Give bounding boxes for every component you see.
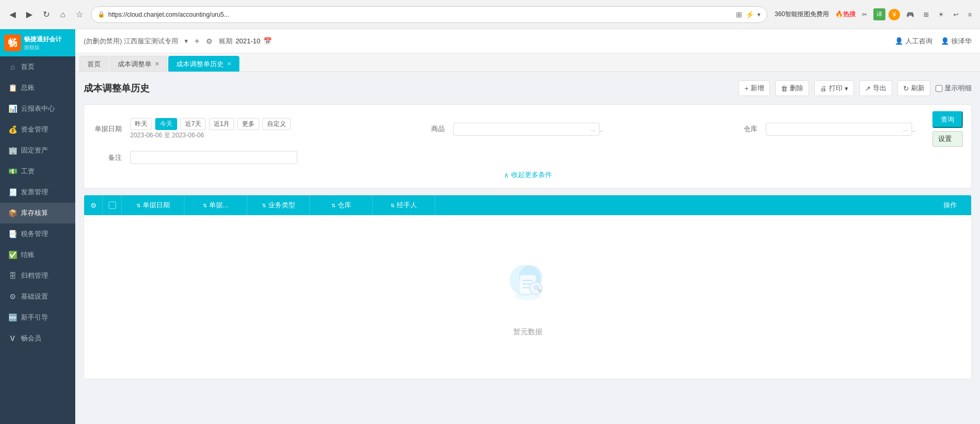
date-btn-more[interactable]: 更多 bbox=[237, 118, 259, 130]
tab-cost-adjust-close[interactable]: ✕ bbox=[155, 61, 159, 67]
delete-button[interactable]: 🗑 删除 bbox=[775, 80, 809, 96]
sidebar-item-archive[interactable]: 🗄 归档管理 bbox=[0, 265, 75, 286]
print-icon: 🖨 bbox=[820, 85, 827, 92]
translate-btn[interactable]: 译 bbox=[873, 8, 885, 20]
th-handler[interactable]: ⇅ 经手人 bbox=[373, 195, 435, 215]
archive-icon: 🗄 bbox=[8, 272, 17, 280]
user-menu[interactable]: 👤 徐泽华 bbox=[941, 37, 972, 46]
tab-home[interactable]: 首页 bbox=[79, 56, 109, 72]
date-filter-label: 单据日期 bbox=[93, 124, 122, 134]
consult-label: 人工咨询 bbox=[905, 37, 932, 46]
sidebar-item-payroll[interactable]: 💵 工资 bbox=[0, 161, 75, 182]
closing-icon: ✅ bbox=[8, 251, 17, 259]
date-btn-custom[interactable]: 自定义 bbox=[262, 118, 291, 130]
export-button[interactable]: ↗ 导出 bbox=[859, 80, 892, 96]
dropdown-arrow[interactable]: ▾ bbox=[185, 37, 188, 45]
forward-button[interactable]: ▶ bbox=[22, 7, 37, 22]
funds-icon: 💰 bbox=[8, 125, 17, 134]
logo-icon: 畅 bbox=[4, 34, 21, 51]
brightness-btn[interactable]: ☀ bbox=[935, 9, 947, 20]
sidebar-item-tax[interactable]: 📑 税务管理 bbox=[0, 223, 75, 244]
sidebar-item-label: 归档管理 bbox=[21, 271, 48, 280]
tab-cost-adjust[interactable]: 成本调整单 ✕ bbox=[110, 56, 167, 72]
th-number-label: 单据... bbox=[209, 201, 228, 210]
address-bar[interactable]: 🔒 https://cloud.chanjet.com/accounting/u… bbox=[91, 6, 767, 23]
show-columns-checkbox-label[interactable]: 显示明细 bbox=[936, 84, 972, 93]
warehouse-select[interactable] bbox=[766, 123, 912, 136]
hot-search-label[interactable]: 🔥热搜 bbox=[835, 10, 856, 19]
sidebar-item-funds[interactable]: 💰 资金管理 bbox=[0, 119, 75, 140]
tab-cost-adjust-history-close[interactable]: ✕ bbox=[227, 61, 232, 67]
star-button[interactable]: ☆ bbox=[72, 7, 87, 22]
th-type-label: 业务类型 bbox=[268, 201, 295, 210]
sidebar-item-label: 固定资产 bbox=[21, 146, 48, 155]
refresh-button[interactable]: ↻ 刷新 bbox=[897, 80, 930, 96]
export-label: 导出 bbox=[873, 84, 886, 93]
undo-btn[interactable]: ↩ bbox=[950, 9, 962, 20]
filter-area: 单据日期 昨天 今天 近7天 近1月 更多 自定义 2023-06-06 至 2… bbox=[84, 104, 972, 189]
calendar-icon[interactable]: 📅 bbox=[263, 37, 272, 45]
fixed-assets-icon: 🏢 bbox=[8, 146, 17, 155]
add-icon[interactable]: + bbox=[194, 37, 199, 46]
remark-input[interactable] bbox=[130, 151, 297, 164]
scissors-btn[interactable]: ✂ bbox=[859, 9, 870, 20]
yuan-btn[interactable]: ¥ bbox=[889, 9, 900, 20]
game-btn[interactable]: 🎮 bbox=[903, 9, 917, 20]
th-settings[interactable]: ⚙ bbox=[84, 195, 103, 215]
sidebar-item-ledger[interactable]: 📋 总账 bbox=[0, 77, 75, 98]
sidebar-item-inventory[interactable]: 📦 库存核算 bbox=[0, 203, 75, 223]
back-button[interactable]: ◀ bbox=[5, 7, 20, 22]
date-btn-1month[interactable]: 近1月 bbox=[209, 118, 235, 130]
tab-cost-adjust-history[interactable]: 成本调整单历史 ✕ bbox=[168, 56, 239, 72]
sidebar-item-guide[interactable]: 🆕 新手引导 bbox=[0, 307, 75, 328]
th-number[interactable]: ⇅ 单据... bbox=[185, 195, 247, 215]
sidebar-item-closing[interactable]: ✅ 结账 bbox=[0, 244, 75, 265]
user-icon: 👤 bbox=[895, 37, 903, 45]
logo-main-text: 畅捷通好会计 bbox=[24, 35, 62, 44]
date-quick-buttons: 昨天 今天 近7天 近1月 更多 自定义 bbox=[130, 118, 291, 130]
th-type[interactable]: ⇅ 业务类型 bbox=[247, 195, 310, 215]
th-date[interactable]: ⇅ 单据日期 bbox=[122, 195, 185, 215]
page-content: 成本调整单历史 + 新增 🗑 删除 🖨 打印 ▾ bbox=[75, 72, 980, 424]
show-columns-checkbox[interactable] bbox=[936, 85, 942, 92]
inventory-icon: 📦 bbox=[8, 209, 17, 217]
sidebar-item-home[interactable]: ⌂ 首页 bbox=[0, 56, 75, 77]
settings-icon2[interactable]: ⚙ bbox=[206, 37, 213, 45]
header-checkbox[interactable] bbox=[109, 202, 116, 209]
consult-btn[interactable]: 👤 人工咨询 bbox=[895, 37, 932, 46]
empty-svg: 🔍 bbox=[502, 257, 554, 309]
svg-text:🔍: 🔍 bbox=[534, 285, 541, 292]
collapse-filter-button[interactable]: ∧ 收起更多条件 bbox=[93, 168, 963, 182]
tab-home-label: 首页 bbox=[87, 60, 101, 69]
menu-btn[interactable]: ≡ bbox=[965, 9, 975, 20]
th-date-label: 单据日期 bbox=[143, 201, 170, 210]
show-columns-label-text: 显示明细 bbox=[944, 84, 972, 93]
sidebar-item-reports[interactable]: 📊 云报表中心 bbox=[0, 98, 75, 119]
new-button[interactable]: + 新增 bbox=[739, 80, 770, 96]
app-logo[interactable]: 畅 畅捷通好会计 旗舰版 bbox=[0, 29, 75, 56]
sidebar-item-invoice[interactable]: 🧾 发票管理 bbox=[0, 182, 75, 203]
product-select[interactable] bbox=[453, 123, 599, 136]
tabs-icon: ⊞ bbox=[736, 10, 742, 19]
sidebar-item-fixed-assets[interactable]: 🏢 固定资产 bbox=[0, 140, 75, 161]
refresh-button[interactable]: ↻ bbox=[39, 7, 53, 22]
th-handler-label: 经手人 bbox=[397, 201, 417, 210]
filter-row-remark: 备注 bbox=[93, 151, 963, 164]
sidebar-item-settings[interactable]: ⚙ 基础设置 bbox=[0, 286, 75, 307]
home-button[interactable]: ⌂ bbox=[55, 7, 70, 22]
warehouse-select-wrapper bbox=[766, 123, 912, 136]
date-btn-today[interactable]: 今天 bbox=[155, 118, 177, 130]
search-label[interactable]: 360智能抠图免费用 bbox=[771, 8, 832, 21]
reset-button[interactable]: 设置 bbox=[932, 131, 963, 147]
grid-btn[interactable]: ⊞ bbox=[920, 9, 932, 20]
search-button[interactable]: 查询 bbox=[932, 111, 963, 128]
th-checkbox[interactable] bbox=[103, 195, 122, 215]
sidebar-item-label: 基础设置 bbox=[21, 292, 48, 301]
date-btn-7days[interactable]: 近7天 bbox=[180, 118, 206, 130]
page-header: 成本调整单历史 + 新增 🗑 删除 🖨 打印 ▾ bbox=[84, 80, 972, 96]
date-btn-yesterday[interactable]: 昨天 bbox=[130, 118, 152, 130]
print-button[interactable]: 🖨 打印 ▾ bbox=[814, 80, 854, 96]
th-warehouse[interactable]: ⇅ 仓库 bbox=[310, 195, 373, 215]
sidebar-item-member[interactable]: V 畅会员 bbox=[0, 328, 75, 349]
page-title: 成本调整单历史 bbox=[84, 82, 149, 95]
